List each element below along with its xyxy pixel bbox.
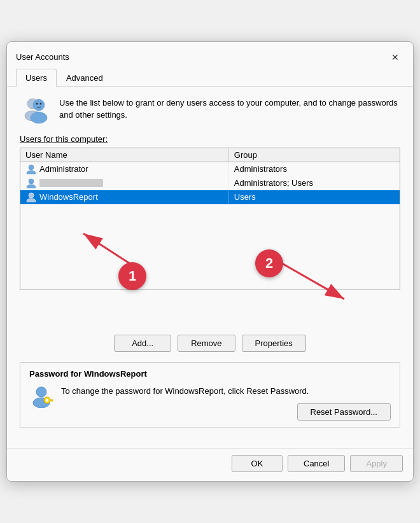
properties-button[interactable]: Properties — [242, 335, 306, 352]
svg-point-10 — [29, 193, 34, 198]
row-username: Administrator — [20, 163, 229, 176]
password-title: Password for WindowsReport — [29, 369, 391, 379]
footer: OK Cancel Apply — [7, 448, 413, 481]
table-row[interactable]: WindowsReport Users — [20, 190, 400, 204]
svg-point-9 — [27, 185, 36, 188]
password-content: To change the password for WindowsReport… — [29, 385, 391, 421]
reset-password-button[interactable]: Reset Password... — [297, 403, 391, 421]
user-row-icon — [25, 178, 37, 188]
tabs-bar: Users Advanced — [7, 69, 413, 87]
users-icon — [20, 97, 52, 125]
user-accounts-window: User Accounts ✕ Users Advanced — [6, 41, 414, 482]
reset-password-area: Reset Password... — [61, 403, 391, 421]
row-group: Administrators; Users — [229, 177, 400, 189]
column-group: Group — [229, 148, 400, 162]
info-description: Use the list below to grant or deny user… — [59, 97, 400, 122]
svg-point-5 — [40, 102, 42, 104]
user-row-icon — [25, 192, 37, 202]
tab-advanced[interactable]: Advanced — [57, 69, 113, 87]
row-group: Users — [229, 191, 400, 203]
blurred-username — [39, 179, 103, 187]
apply-button[interactable]: Apply — [350, 455, 403, 472]
title-bar: User Accounts ✕ — [7, 42, 413, 66]
table-row[interactable]: Administrator Administrators — [20, 162, 400, 176]
cancel-button[interactable]: Cancel — [288, 455, 345, 472]
svg-point-11 — [27, 199, 36, 202]
row-group: Administrators — [229, 163, 400, 175]
svg-point-19 — [46, 398, 49, 401]
column-username: User Name — [20, 148, 229, 162]
svg-point-8 — [29, 179, 34, 184]
row-username: WindowsReport — [20, 191, 229, 204]
svg-point-2 — [33, 99, 45, 111]
users-label: Users for this computer: — [20, 134, 400, 144]
table-row[interactable]: Administrators; Users — [20, 176, 400, 190]
svg-point-7 — [27, 171, 36, 174]
close-button[interactable]: ✕ — [386, 48, 404, 66]
users-table: User Name Group Administrator — [20, 148, 400, 290]
add-button[interactable]: Add... — [114, 335, 171, 352]
user-row-icon — [25, 164, 37, 174]
password-section: Password for WindowsReport To change the… — [20, 362, 400, 428]
svg-point-4 — [36, 102, 38, 104]
password-icon — [29, 385, 53, 408]
password-text-area: To change the password for WindowsReport… — [61, 385, 391, 421]
svg-point-16 — [36, 387, 46, 397]
svg-rect-21 — [52, 400, 53, 401]
action-buttons: Add... Remove Properties — [20, 335, 400, 352]
tab-users[interactable]: Users — [16, 69, 57, 87]
window-title: User Accounts — [16, 52, 69, 62]
ok-button[interactable]: OK — [232, 455, 283, 472]
users-area: User Name Group Administrator — [20, 148, 400, 335]
main-content: Use the list below to grant or deny user… — [7, 87, 413, 449]
table-body: Administrator Administrators — [20, 162, 400, 289]
svg-point-6 — [29, 165, 34, 170]
password-description: To change the password for WindowsReport… — [61, 385, 391, 398]
table-header: User Name Group — [20, 148, 400, 162]
remove-button[interactable]: Remove — [178, 335, 235, 352]
row-username — [20, 177, 229, 190]
svg-point-3 — [31, 112, 47, 123]
info-section: Use the list below to grant or deny user… — [20, 97, 400, 125]
